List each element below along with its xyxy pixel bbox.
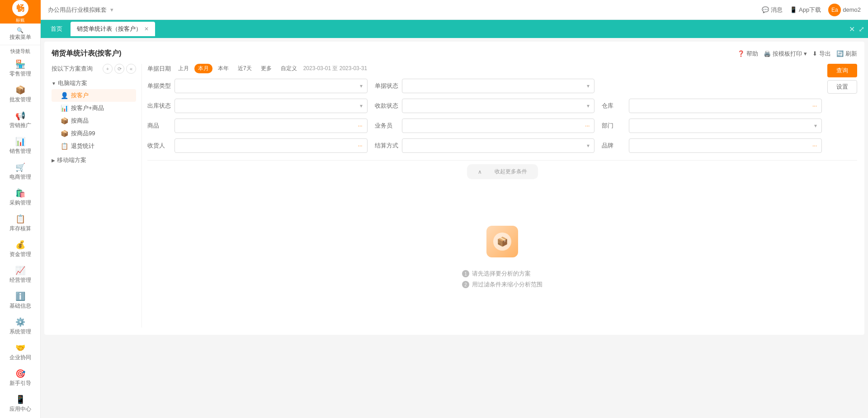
sidebar-item-retail[interactable]: 🏪 零售管理 — [0, 56, 40, 81]
message-item[interactable]: 💬 消息 — [762, 6, 783, 14]
wholesale-icon: 📦 — [15, 85, 25, 95]
sidebar-item-inventory[interactable]: 📋 库存核算 — [0, 210, 40, 236]
brand-control[interactable]: ··· — [629, 138, 822, 153]
print-icon: 🖨️ — [764, 50, 771, 57]
empty-box: 📦 — [486, 226, 518, 257]
collapse-bar[interactable]: ∧ 收起更多条件 — [147, 160, 857, 183]
print-dropdown-icon: ▾ — [804, 50, 807, 57]
date-tab-custom[interactable]: 自定义 — [277, 64, 301, 73]
warehouse-more-icon: ··· — [812, 103, 817, 109]
scheme-item-by-customer-goods-label: 按客户+商品 — [71, 104, 104, 112]
scheme-item-by-goods-99-label: 按商品99 — [71, 129, 95, 138]
settings-button[interactable]: 设置 — [827, 80, 857, 94]
query-button[interactable]: 查询 — [827, 64, 857, 77]
scheme-tree: ▼ 电脑端方案 👤 按客户 📊 按客户+商品 — [52, 77, 136, 166]
sidebar-item-ecommerce[interactable]: 🛒 电商管理 — [0, 159, 40, 185]
warehouse-label: 仓库 — [602, 102, 625, 110]
tab-actions: ✕ ⤢ — [849, 25, 864, 33]
finance-icon: 💰 — [15, 240, 25, 250]
retail-label: 零售管理 — [9, 70, 31, 78]
scheme-item-return-stat[interactable]: 📋 退货统计 — [52, 140, 136, 152]
ecommerce-icon: 🛒 — [15, 162, 25, 172]
sidebar-item-appcenter[interactable]: 📱 应用中心 — [0, 391, 40, 417]
date-tab-more[interactable]: 更多 — [257, 64, 275, 73]
empty-face: 📦 — [493, 233, 511, 251]
refresh-action[interactable]: 🔄 刷新 — [836, 50, 857, 58]
guide-icon: 🎯 — [15, 369, 25, 379]
window-close-icon[interactable]: ✕ — [849, 25, 855, 33]
window-maximize-icon[interactable]: ⤢ — [859, 25, 864, 33]
user-item[interactable]: Ea demo2 — [828, 4, 861, 16]
export-action[interactable]: ⬇ 导出 — [812, 50, 831, 58]
logo-icon: 畅 — [12, 0, 28, 16]
scheme-group-mobile-label[interactable]: ▶ 移动端方案 — [52, 154, 136, 166]
goods-control[interactable]: ··· — [175, 119, 368, 133]
sidebar-search[interactable]: 🔍 搜索菜单 — [0, 24, 40, 45]
header-dropdown-icon[interactable]: ▾ — [110, 6, 113, 13]
tab-home[interactable]: 首页 — [44, 22, 69, 36]
receipt-status-control[interactable]: ▾ — [402, 99, 595, 113]
sidebar-item-operation[interactable]: 📈 经营管理 — [0, 262, 40, 288]
message-icon: 💬 — [762, 6, 769, 13]
sidebar-logo[interactable]: 畅 标账 — [0, 0, 41, 24]
collapse-label: 收起更多条件 — [489, 166, 533, 177]
inventory-label: 库存核算 — [9, 225, 31, 233]
filter-and-buttons: 单据日期 上月 本月 本年 近7天 更多 自定义 — [147, 64, 857, 157]
scheme-add-icon[interactable]: + — [103, 64, 113, 74]
marketing-label: 营销推广 — [9, 122, 31, 129]
goods-row: 商品 ··· — [147, 119, 368, 133]
tab-bar: 首页 销货单统计表（按客户） ✕ ✕ ⤢ — [41, 20, 868, 38]
doc-type-label: 单据类型 — [147, 82, 171, 90]
basic-icon: ℹ️ — [15, 291, 25, 301]
date-tab-last-month[interactable]: 上月 — [175, 64, 193, 73]
sidebar-item-purchase[interactable]: 🛍️ 采购管理 — [0, 185, 40, 210]
scheme-group-pc: ▼ 电脑端方案 👤 按客户 📊 按客户+商品 — [52, 77, 136, 152]
receiver-control[interactable]: ··· — [175, 138, 368, 153]
salesperson-control[interactable]: ··· — [402, 119, 595, 133]
sidebar-item-system[interactable]: ⚙️ 系统管理 — [0, 314, 40, 339]
department-control[interactable]: ▾ — [629, 119, 822, 133]
settlement-label: 结算方式 — [375, 142, 398, 150]
logo-text: 标账 — [16, 17, 25, 24]
tab-sales-stat[interactable]: 销货单统计表（按客户） ✕ — [71, 22, 155, 36]
header-right: 💬 消息 📱 App下载 Ea demo2 — [762, 4, 861, 16]
sidebar-item-enterprise[interactable]: 🤝 企业协同 — [0, 339, 40, 365]
date-filter-row: 单据日期 上月 本月 本年 近7天 更多 自定义 — [147, 64, 822, 73]
tab-close-icon[interactable]: ✕ — [144, 26, 149, 32]
enterprise-label: 企业协同 — [9, 354, 31, 361]
scheme-item-by-goods[interactable]: 📦 按商品 — [52, 114, 136, 127]
date-tab-this-month[interactable]: 本月 — [194, 64, 212, 73]
date-tabs: 上月 本月 本年 近7天 更多 自定义 — [175, 64, 301, 73]
sidebar-item-wholesale[interactable]: 📦 批发管理 — [0, 81, 40, 107]
doc-status-control[interactable]: ▾ — [402, 79, 595, 93]
date-tab-this-year[interactable]: 本年 — [214, 64, 232, 73]
scheme-group-pc-label[interactable]: ▼ 电脑端方案 — [52, 77, 136, 89]
warehouse-row: 仓库 ··· — [602, 99, 822, 113]
sidebar-item-guide[interactable]: 🎯 新手引导 — [0, 365, 40, 391]
scheme-item-by-customer[interactable]: 👤 按客户 — [52, 89, 136, 102]
help-action[interactable]: ❓ 帮助 — [737, 50, 758, 58]
scheme-refresh-icon[interactable]: ⟳ — [114, 64, 124, 74]
receiver-row: 收货人 ··· — [147, 138, 368, 153]
brand-more-icon: ··· — [812, 142, 817, 149]
doc-status-row: 单据状态 ▾ — [375, 79, 595, 93]
sidebar-item-basic[interactable]: ℹ️ 基础信息 — [0, 288, 40, 314]
app-download-item[interactable]: 📱 App下载 — [790, 6, 821, 14]
group-mobile-text: 移动端方案 — [57, 156, 86, 164]
scheme-collapse-icon[interactable]: « — [126, 64, 136, 74]
search-label: 搜索菜单 — [0, 33, 40, 41]
scheme-item-by-customer-goods[interactable]: 📊 按客户+商品 — [52, 102, 136, 114]
sidebar-item-sales[interactable]: 📊 销售管理 — [0, 133, 40, 159]
warehouse-control[interactable]: ··· — [629, 99, 822, 113]
doc-type-control[interactable]: ▾ — [175, 79, 368, 93]
date-tab-7days[interactable]: 近7天 — [234, 64, 255, 73]
out-status-control[interactable]: ▾ — [175, 99, 368, 113]
system-label: 系统管理 — [9, 328, 31, 336]
sidebar-item-finance[interactable]: 💰 资金管理 — [0, 236, 40, 262]
scheme-item-by-goods-99[interactable]: 📦 按商品99 — [52, 127, 136, 140]
tip-text-2: 用过滤条件来缩小分析范围 — [472, 280, 542, 289]
filter-container: 单据日期 上月 本月 本年 近7天 更多 自定义 — [147, 64, 857, 328]
print-action[interactable]: 🖨️ 按模板打印 ▾ — [764, 50, 807, 58]
settlement-control[interactable]: ▾ — [402, 138, 595, 153]
sidebar-item-marketing[interactable]: 📢 营销推广 — [0, 107, 40, 133]
